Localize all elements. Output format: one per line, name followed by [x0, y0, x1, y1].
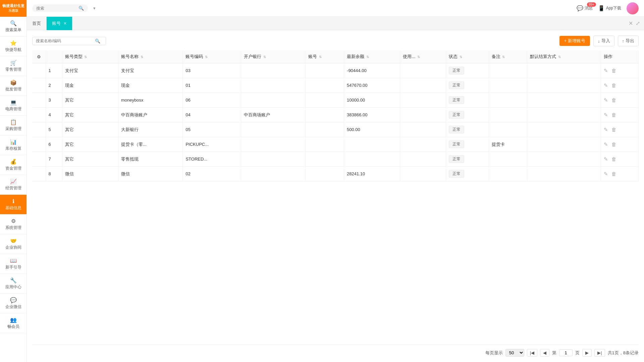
topbar-search-box[interactable]: 🔍	[32, 4, 88, 12]
th-account[interactable]: 账号 ⇅	[306, 50, 344, 63]
edit-icon[interactable]: ✎	[604, 156, 608, 162]
cell-action: ✎ 🗑	[601, 167, 639, 181]
cell-name: 微信	[118, 167, 182, 181]
cell-remark	[489, 108, 527, 122]
expand-icon[interactable]: ▾	[93, 6, 96, 11]
app-download-btn[interactable]: 📱 App下载	[598, 5, 621, 11]
edit-icon[interactable]: ✎	[604, 127, 608, 133]
sidebar-item-operation[interactable]: 📈 经营管理	[0, 175, 26, 195]
edit-icon[interactable]: ✎	[604, 97, 608, 103]
basic-icon: ℹ	[12, 198, 14, 204]
cell-type: 其它	[62, 152, 118, 167]
th-settings[interactable]: ⚙	[32, 50, 46, 63]
sidebar-item-guide[interactable]: 📖 新手引导	[0, 254, 26, 274]
message-badge: 99+	[587, 2, 596, 7]
cell-balance	[344, 137, 400, 152]
shortcut-icon: ⭐	[10, 40, 17, 46]
cell-bank	[241, 93, 305, 108]
prev-page-btn[interactable]: ◀	[540, 349, 549, 357]
last-page-btn[interactable]: ▶|	[594, 349, 605, 357]
logo-subtext: 乐惠版	[8, 8, 18, 13]
sidebar-label-contract: 企业协同	[5, 245, 21, 250]
sidebar-item-app[interactable]: 🔧 应用中心	[0, 274, 26, 294]
per-page-select[interactable]: 50 100 200	[505, 349, 524, 357]
sidebar-item-wechat[interactable]: 💬 企业微信	[0, 294, 26, 313]
first-page-btn[interactable]: |◀	[527, 349, 537, 357]
status-badge: 正常	[449, 96, 464, 104]
pagination: 每页显示 50 100 200 |◀ ◀ 第 页 ▶ ▶| 共1页，8条记录	[32, 345, 639, 357]
sidebar-item-wholesale[interactable]: 📦 批发管理	[0, 76, 26, 96]
th-code[interactable]: 账号编码 ⇅	[183, 50, 241, 63]
avatar[interactable]	[627, 2, 639, 14]
cell-name: 支付宝	[118, 63, 182, 78]
delete-icon[interactable]: 🗑	[611, 68, 616, 73]
sidebar-item-inventory[interactable]: 📊 库存核算	[0, 135, 26, 155]
guide-icon: 📖	[10, 257, 17, 264]
cell-usage	[400, 122, 446, 137]
th-remark[interactable]: 备注 ⇅	[489, 50, 527, 63]
sidebar-item-search[interactable]: 🔍 搜索菜单	[0, 17, 26, 37]
delete-icon[interactable]: 🗑	[611, 82, 616, 88]
page-input[interactable]	[559, 349, 573, 356]
edit-icon[interactable]: ✎	[604, 82, 608, 88]
delete-icon[interactable]: 🗑	[611, 156, 616, 162]
cell-settings	[32, 78, 46, 93]
sidebar-item-ecommerce[interactable]: 💻 电商管理	[0, 96, 26, 116]
delete-icon[interactable]: 🗑	[611, 171, 616, 177]
sidebar-item-shortcut[interactable]: ⭐ 快捷导航	[0, 37, 26, 56]
cell-code: 04	[183, 108, 241, 122]
sidebar-item-retail[interactable]: 🛒 零售管理	[0, 56, 26, 76]
tab-home[interactable]: 首页	[27, 17, 47, 30]
page-label: 第	[552, 350, 556, 356]
cell-bank	[241, 78, 305, 93]
tab-maximize-btn[interactable]: ⤢	[636, 20, 640, 26]
th-name[interactable]: 账号名称 ⇅	[118, 50, 182, 63]
cell-balance: 547670.00	[344, 78, 400, 93]
delete-icon[interactable]: 🗑	[611, 112, 616, 118]
sidebar-label-inventory: 库存核算	[5, 146, 21, 152]
th-type[interactable]: 账号类型 ⇅	[62, 50, 118, 63]
edit-icon[interactable]: ✎	[604, 171, 608, 177]
logo-text: 畅捷通好生意	[2, 4, 24, 8]
th-bank[interactable]: 开户银行 ⇅	[241, 50, 305, 63]
ecommerce-icon: 💻	[10, 99, 17, 106]
sidebar-item-member[interactable]: 👥 畅会员	[0, 313, 26, 333]
next-page-btn[interactable]: ▶	[582, 349, 592, 357]
cell-remark: 提货卡	[489, 137, 527, 152]
th-default-settle[interactable]: 默认结算方式 ⇅	[527, 50, 601, 63]
sidebar-item-system[interactable]: ⚙ 系统管理	[0, 215, 26, 234]
tab-account-close[interactable]: ✕	[63, 21, 67, 26]
delete-icon[interactable]: 🗑	[611, 141, 616, 147]
sidebar-item-basic[interactable]: ℹ 基础信息	[0, 195, 26, 215]
th-status[interactable]: 状态 ⇅	[446, 50, 489, 63]
tab-account[interactable]: 账号 ✕	[47, 17, 72, 30]
delete-icon[interactable]: 🗑	[611, 127, 616, 132]
message-btn[interactable]: 💬 消息 99+	[577, 5, 593, 11]
edit-icon[interactable]: ✎	[604, 141, 608, 147]
account-search-icon[interactable]: 🔍	[95, 39, 100, 44]
topbar-search-input[interactable]	[36, 6, 76, 11]
add-account-button[interactable]: + 新增账号	[559, 36, 590, 46]
topbar-right: 💬 消息 99+ 📱 App下载	[577, 2, 639, 14]
th-action: 操作	[601, 50, 639, 63]
th-balance[interactable]: 最新余额 ⇅	[344, 50, 400, 63]
export-button[interactable]: ↑ 导出	[618, 36, 639, 46]
edit-icon[interactable]: ✎	[604, 112, 608, 118]
cell-settings	[32, 63, 46, 78]
th-usage[interactable]: 使用... ⇅	[400, 50, 446, 63]
sidebar-item-purchase[interactable]: 📋 采购管理	[0, 116, 26, 135]
sidebar-item-contract[interactable]: 🤝 企业协同	[0, 234, 26, 254]
search-icon: 🔍	[10, 20, 17, 26]
export-label: 导出	[626, 38, 634, 44]
cell-settings	[32, 137, 46, 152]
delete-icon[interactable]: 🗑	[611, 97, 616, 103]
import-button[interactable]: ↓ 导入	[593, 36, 614, 46]
import-label: 导入	[601, 38, 610, 44]
account-search-box[interactable]: 🔍	[32, 37, 106, 45]
sidebar-item-finance[interactable]: 💰 资金管理	[0, 155, 26, 175]
cell-code: 06	[183, 93, 241, 108]
account-search-input[interactable]	[36, 39, 93, 43]
edit-icon[interactable]: ✎	[604, 68, 608, 74]
tab-close-all-btn[interactable]: ✕	[629, 20, 633, 26]
cell-type: 其它	[62, 122, 118, 137]
